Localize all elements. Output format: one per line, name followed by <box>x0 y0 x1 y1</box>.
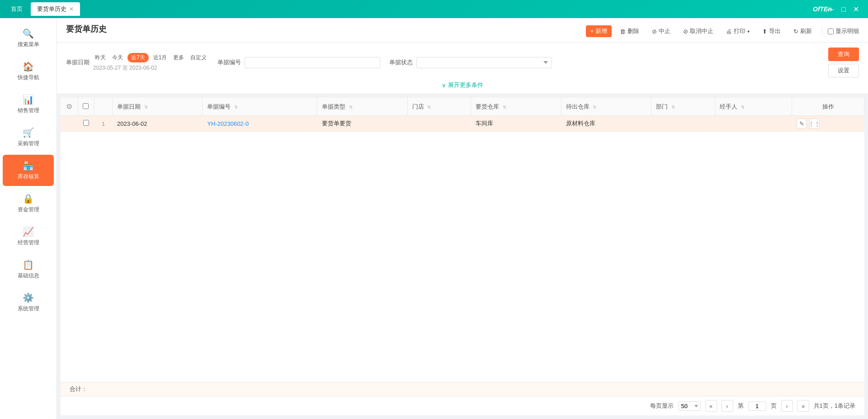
per-page-select[interactable]: 10 20 50 100 <box>678 401 701 411</box>
minimize-btn[interactable]: — <box>827 5 834 13</box>
shortcut-1month[interactable]: 近1月 <box>151 53 169 62</box>
sidebar-item-ops-mgmt-label: 经营管理 <box>18 239 39 247</box>
sort-req-warehouse-icon[interactable]: ⇅ <box>503 105 506 110</box>
sidebar-item-quick-nav[interactable]: 🏠 快捷导航 <box>3 56 54 87</box>
cancel-stop-label: 取消中止 <box>690 27 713 35</box>
expand-more-label: 展开更多条件 <box>448 81 483 89</box>
row-date: 2023-06-02 <box>117 120 147 127</box>
filter-row-1: 单据日期 昨天 今天 近7天 近1月 更多 自定义 2023-05-27 至 2… <box>66 48 859 77</box>
sort-dept-icon[interactable]: ⇅ <box>671 105 675 110</box>
filter-settings-button[interactable]: 设置 <box>828 64 859 77</box>
sort-doctype-icon[interactable]: ⇅ <box>349 105 353 110</box>
status-filter-select[interactable] <box>416 57 552 68</box>
select-all-checkbox[interactable] <box>83 103 89 109</box>
filter-actions: 查询 设置 <box>828 48 859 77</box>
sidebar-item-system-mgmt[interactable]: ⚙️ 系统管理 <box>3 287 54 318</box>
cancel-stop-button[interactable]: ⊘ 取消中止 <box>679 25 718 37</box>
sidebar: 🔍 搜索菜单 🏠 快捷导航 📊 销售管理 🛒 采购管理 🏪 库存核算 🔒 资金管… <box>0 18 57 419</box>
sort-store-icon[interactable]: ⇅ <box>427 105 431 110</box>
sidebar-item-search-menu[interactable]: 🔍 搜索菜单 <box>3 23 54 54</box>
row-req-warehouse: 车间库 <box>476 120 493 127</box>
sidebar-item-ops-mgmt[interactable]: 📈 经营管理 <box>3 221 54 252</box>
delete-button[interactable]: 🗑 删除 <box>615 25 644 37</box>
sort-date-icon[interactable]: ⇅ <box>144 105 148 110</box>
refresh-button[interactable]: ↻ 刷新 <box>789 25 816 37</box>
stop-label: 中止 <box>659 27 670 35</box>
page-header: 要货单历史 + 新增 🗑 删除 ⊘ 中止 ⊘ 取消中止 <box>57 18 868 43</box>
sort-pending-warehouse-icon[interactable]: ⇅ <box>593 105 596 110</box>
sort-handler-icon[interactable]: ⇅ <box>741 105 745 110</box>
tab-home[interactable]: 首页 <box>5 2 29 16</box>
header-row: ⚙ 单据日期 ⇅ 单据编号 ⇅ <box>61 98 864 116</box>
data-table: ⚙ 单据日期 ⇅ 单据编号 ⇅ <box>61 98 864 132</box>
maximize-btn[interactable]: □ <box>841 5 846 13</box>
th-date: 单据日期 ⇅ <box>113 98 203 116</box>
new-button[interactable]: + 新增 <box>586 25 612 37</box>
row-checkbox[interactable] <box>83 120 89 126</box>
cell-checkbox <box>78 116 94 132</box>
show-detail-checkbox-input[interactable] <box>828 29 834 34</box>
edit-icon: ✎ <box>799 120 804 127</box>
docno-filter-group: 单据编号 <box>217 57 380 68</box>
page-label: 第 <box>738 402 744 410</box>
sidebar-item-quick-nav-label: 快捷导航 <box>18 74 39 81</box>
export-button[interactable]: ⬆ 导出 <box>758 25 785 37</box>
column-settings-btn[interactable]: ⚙ <box>65 101 73 112</box>
cell-doctype: 要货单要货 <box>317 116 407 132</box>
shortcut-today[interactable]: 今天 <box>110 53 125 62</box>
sidebar-item-finance-mgmt[interactable]: 🔒 资金管理 <box>3 188 54 219</box>
docno-filter-input[interactable] <box>245 57 380 68</box>
date-filter-label: 单据日期 <box>66 58 90 67</box>
basic-info-icon: 📋 <box>23 259 34 270</box>
expand-more-btn[interactable]: ∨ 展开更多条件 <box>66 81 859 89</box>
row-docno-link[interactable]: YH-20230602-0 <box>207 120 249 127</box>
row-edit-btn[interactable]: ✎ <box>797 119 807 129</box>
tab-close-icon[interactable]: ✕ <box>69 6 74 12</box>
toolbar-divider <box>822 27 822 36</box>
th-date-label: 单据日期 <box>117 103 141 110</box>
table-footer: 合计： <box>61 382 864 396</box>
shortcut-7days[interactable]: 近7天 <box>127 53 149 62</box>
last-page-btn[interactable]: » <box>797 400 809 412</box>
sort-docno-icon[interactable]: ⇅ <box>234 105 238 110</box>
stop-button[interactable]: ⊘ 中止 <box>647 25 675 37</box>
sidebar-item-sales-mgmt[interactable]: 📊 销售管理 <box>3 89 54 120</box>
th-docno: 单据编号 ⇅ <box>203 98 317 116</box>
next-page-btn[interactable]: › <box>781 400 793 412</box>
tab-requisition-history[interactable]: 要货单历史 ✕ <box>31 2 80 16</box>
print-button[interactable]: 🖨 打印 ▾ <box>722 25 754 37</box>
print-dropdown-icon: ▾ <box>747 29 750 34</box>
th-dept: 部门 ⇅ <box>651 98 715 116</box>
show-detail-label: 显示明细 <box>835 27 859 35</box>
new-label: + 新增 <box>590 27 607 35</box>
table-container: ⚙ 单据日期 ⇅ 单据编号 ⇅ <box>61 98 864 415</box>
th-req-warehouse: 要货仓库 ⇅ <box>471 98 561 116</box>
docno-filter-label: 单据编号 <box>217 58 241 67</box>
date-shortcuts: 昨天 今天 近7天 近1月 更多 自定义 <box>93 53 208 62</box>
sidebar-item-inventory[interactable]: 🏪 库存核算 <box>3 155 54 186</box>
th-settings: ⚙ <box>61 98 78 116</box>
row-detail-btn[interactable]: ⋮⋮ <box>809 119 819 129</box>
th-handler: 经手人 ⇅ <box>715 98 792 116</box>
show-detail-toggle[interactable]: 显示明细 <box>828 27 859 35</box>
prev-page-btn[interactable]: ‹ <box>722 400 733 412</box>
shortcut-custom[interactable]: 自定义 <box>189 53 208 62</box>
th-actions: 操作 <box>792 98 864 116</box>
shortcut-more[interactable]: 更多 <box>171 53 186 62</box>
th-pending-warehouse: 待出仓库 ⇅ <box>561 98 651 116</box>
sidebar-item-basic-info[interactable]: 📋 基础信息 <box>3 254 54 285</box>
query-button[interactable]: 查询 <box>828 48 859 61</box>
cell-num: 1 <box>94 116 113 132</box>
cell-date: 2023-06-02 <box>113 116 203 132</box>
sidebar-item-purchase-mgmt[interactable]: 🛒 采购管理 <box>3 122 54 153</box>
export-icon: ⬆ <box>762 28 767 35</box>
shortcut-yesterday[interactable]: 昨天 <box>93 53 108 62</box>
first-page-btn[interactable]: « <box>705 400 717 412</box>
table-header: ⚙ 单据日期 ⇅ 单据编号 ⇅ <box>61 98 864 116</box>
page-input[interactable] <box>748 401 766 411</box>
cell-actions: ✎ ⋮⋮ <box>792 116 864 132</box>
delete-label: 删除 <box>627 27 639 35</box>
page-suffix: 页 <box>771 402 777 410</box>
footer-total-label: 合计： <box>70 385 87 393</box>
close-btn[interactable]: ✕ <box>853 5 859 14</box>
